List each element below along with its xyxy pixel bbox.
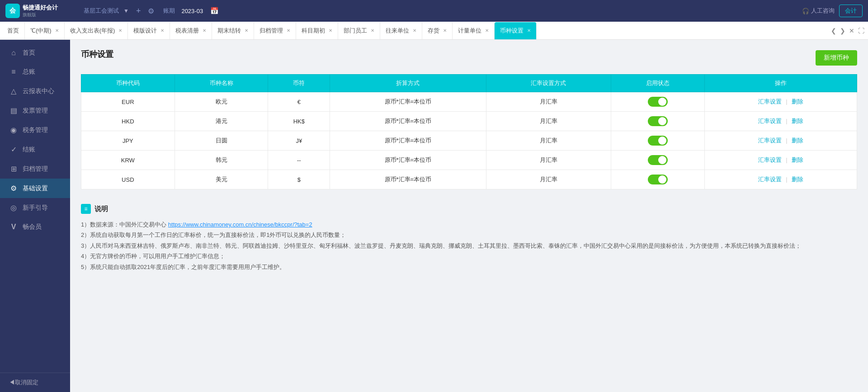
account-button[interactable]: 会计	[839, 5, 863, 17]
sidebar-item-member[interactable]: V 畅会员	[0, 217, 70, 236]
table-row: JPY 日圆 J¥ 原币*汇率=本位币 月汇率 汇率设置 | 删除	[81, 131, 857, 151]
tab-template-close[interactable]: ✕	[160, 28, 164, 33]
table-row: HKD 港元 HK$ 原币*汇率=本位币 月汇率 汇率设置 | 删除	[81, 112, 857, 131]
cell-status	[611, 92, 705, 112]
tab-archive[interactable]: 归档管理 ✕	[254, 22, 296, 39]
action-separator: |	[786, 176, 787, 183]
cell-code: HKD	[81, 112, 175, 131]
tab-departments[interactable]: 部门员工 ✕	[338, 22, 380, 39]
toggle-slider	[648, 116, 668, 126]
tab-currency[interactable]: 币种设置 ✕	[495, 22, 537, 39]
help-button[interactable]: 🎧 人工咨询	[802, 7, 835, 15]
sidebar-item-settlement[interactable]: ✓ 结账	[0, 140, 70, 159]
tab-archive-label: 归档管理	[259, 27, 283, 35]
tab-units[interactable]: 计量单位 ✕	[453, 22, 495, 39]
table-row: KRW 韩元 -- 原币*汇率=本位币 月汇率 汇率设置 | 删除	[81, 151, 857, 170]
tab-income[interactable]: 收入支出表(年报) ✕	[65, 22, 128, 39]
sidebar-item-basic-settings[interactable]: ⚙ 基础设置	[0, 179, 70, 198]
toggle-switch[interactable]	[648, 116, 668, 126]
cell-conversion: 原币*汇率=本位币	[330, 92, 486, 112]
tab-home-label: 首页	[7, 27, 19, 35]
tab-home[interactable]: 首页	[2, 22, 25, 39]
rate-setting-link[interactable]: 汇率设置	[758, 98, 782, 105]
tab-income-close[interactable]: ✕	[118, 28, 122, 33]
cell-code: EUR	[81, 92, 175, 112]
toggle-switch[interactable]	[648, 136, 668, 146]
cell-status	[611, 170, 705, 189]
rate-setting-link[interactable]: 汇率设置	[758, 137, 782, 144]
tab-template[interactable]: 模版设计 ✕	[128, 22, 170, 39]
table-header-row: 币种代码 币种名称 币符 折算方式 汇率设置方式 启用状态 操作	[81, 75, 857, 92]
sidebar-footer-label: ◀取消固定	[9, 378, 38, 387]
tab-balance-mid-close[interactable]: ✕	[55, 28, 59, 33]
sidebar-footer-pin[interactable]: ◀取消固定	[0, 373, 70, 392]
note-section: ≡ 说明 1）数据来源：中国外汇交易中心 https://www.chinamo…	[81, 204, 857, 272]
tab-fullscreen-button[interactable]: ⛶	[856, 27, 866, 34]
toggle-switch[interactable]	[648, 155, 668, 165]
delete-link[interactable]: 删除	[792, 137, 803, 144]
cell-code: JPY	[81, 131, 175, 151]
tab-subjects[interactable]: 科目期初 ✕	[296, 22, 338, 39]
tab-currency-close[interactable]: ✕	[527, 28, 531, 33]
delete-link[interactable]: 删除	[792, 118, 803, 124]
tab-nav-left-button[interactable]: ❮	[829, 27, 838, 34]
settings-gear-icon[interactable]: ⚙	[148, 7, 154, 15]
toggle-switch[interactable]	[648, 175, 668, 184]
cell-status	[611, 131, 705, 151]
tab-departments-close[interactable]: ✕	[371, 28, 374, 33]
cell-rate-type: 月汇率	[486, 131, 611, 151]
tab-close-all-button[interactable]: ✕	[847, 27, 856, 34]
tab-balance-mid-label: ℃(中期)	[30, 27, 52, 35]
cell-actions: 汇率设置 | 删除	[704, 112, 857, 131]
tab-balance-mid[interactable]: ℃(中期) ✕	[25, 22, 65, 39]
tab-period-end[interactable]: 期末结转 ✕	[212, 22, 254, 39]
tab-subjects-close[interactable]: ✕	[329, 28, 332, 33]
tab-period-end-close[interactable]: ✕	[245, 28, 248, 33]
sidebar-item-tax-label: 税务管理	[23, 126, 48, 134]
sidebar-item-archive[interactable]: ⊞ 归档管理	[0, 159, 70, 179]
company-name[interactable]: 基层工会测试	[84, 7, 119, 15]
delete-link[interactable]: 删除	[792, 156, 803, 163]
note-item-5: 5）系统只能自动抓取2021年度后的汇率，之前年度汇率需要用用户手工维护。	[81, 262, 857, 272]
cell-name: 韩元	[175, 151, 268, 170]
tab-inventory-close[interactable]: ✕	[443, 28, 447, 33]
toggle-switch[interactable]	[648, 97, 668, 107]
tab-tax-close[interactable]: ✕	[203, 28, 206, 33]
sidebar-item-guide[interactable]: ◎ 新手引导	[0, 198, 70, 217]
rate-setting-link[interactable]: 汇率设置	[758, 156, 782, 163]
delete-link[interactable]: 删除	[792, 176, 803, 183]
action-separator: |	[786, 137, 787, 144]
tab-subjects-label: 科目期初	[302, 27, 325, 35]
sidebar-item-settlement-label: 结账	[23, 146, 35, 154]
calendar-icon[interactable]: 📅	[210, 7, 219, 15]
col-actions: 操作	[704, 75, 857, 92]
tab-contacts[interactable]: 往来单位 ✕	[380, 22, 422, 39]
action-separator: |	[786, 118, 787, 124]
tab-inventory[interactable]: 存货 ✕	[422, 22, 453, 39]
sidebar-item-invoice[interactable]: ▤ 发票管理	[0, 101, 70, 120]
sidebar-item-ledger[interactable]: ≡ 总账	[0, 62, 70, 81]
sidebar-item-home[interactable]: ⌂ 首页	[0, 43, 70, 62]
reports-icon: △	[9, 87, 18, 95]
tab-nav-right-button[interactable]: ❯	[838, 27, 847, 34]
sidebar-item-reports[interactable]: △ 云报表中心	[0, 81, 70, 101]
rate-setting-link[interactable]: 汇率设置	[758, 176, 782, 183]
tab-archive-close[interactable]: ✕	[287, 28, 290, 33]
note-link[interactable]: https://www.chinamoney.com.cn/chinese/bk…	[168, 221, 312, 228]
company-dropdown-icon[interactable]: ▼	[123, 8, 129, 14]
add-icon[interactable]: +	[136, 6, 141, 16]
tab-tax[interactable]: 税表清册 ✕	[170, 22, 212, 39]
cell-name: 欧元	[175, 92, 268, 112]
sidebar-item-archive-label: 归档管理	[23, 165, 48, 173]
rate-setting-link[interactable]: 汇率设置	[758, 118, 782, 124]
tab-period-end-label: 期末结转	[217, 27, 241, 35]
note-item-3: 3）人民币对马来西亚林吉特、俄罗斯卢布、南非兰特、韩元、阿联酋迪拉姆、沙特里亚尔…	[81, 241, 857, 251]
table-row: EUR 欧元 € 原币*汇率=本位币 月汇率 汇率设置 | 删除	[81, 92, 857, 112]
tab-contacts-close[interactable]: ✕	[413, 28, 416, 33]
cell-conversion: 原币*汇率=本位币	[330, 112, 486, 131]
new-currency-button[interactable]: 新增币种	[816, 50, 857, 66]
delete-link[interactable]: 删除	[792, 98, 803, 105]
tab-units-close[interactable]: ✕	[485, 28, 489, 33]
col-conversion: 折算方式	[330, 75, 486, 92]
sidebar-item-tax[interactable]: ◉ 税务管理	[0, 120, 70, 140]
